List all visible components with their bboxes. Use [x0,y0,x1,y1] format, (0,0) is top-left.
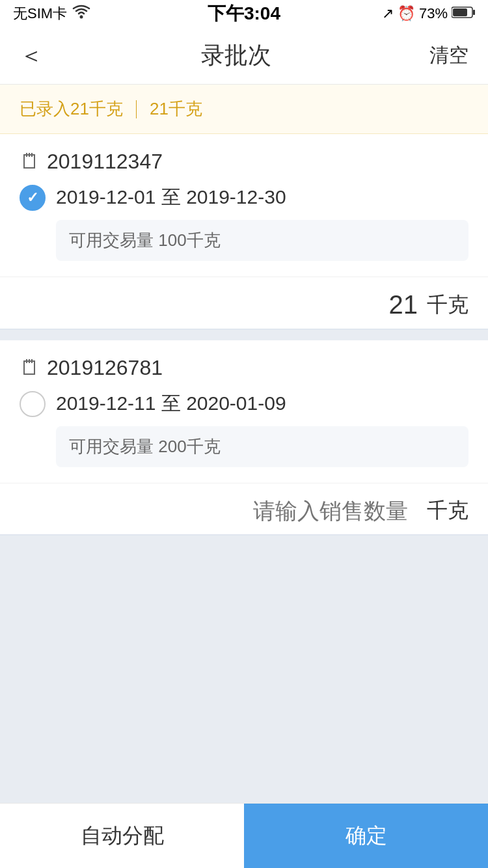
location-icon: ↗ [382,5,394,22]
batch2-row[interactable]: 2019-12-11 至 2020-01-09 [20,390,468,417]
batch2-date: 2019-12-11 至 2020-01-09 [56,390,286,417]
no-sim-text: 无SIM卡 [13,4,67,23]
quantity-unit-1: 千克 [427,291,468,319]
info-banner: 已录入21千克 21千克 [0,85,488,134]
recorded-amount: 21千克 [150,98,202,120]
batch2-icon: 🗒 [20,356,40,380]
quantity-input-2[interactable] [223,498,418,524]
quantity-row-1: 21 千克 [0,277,488,330]
status-bar: 无SIM卡 下午3:04 ↗ ⏰ 73% [0,0,488,27]
batch1-date: 2019-12-01 至 2019-12-30 [56,184,286,211]
back-button[interactable]: ＜ [20,40,43,72]
status-icons: ↗ ⏰ 73% [382,5,475,22]
svg-rect-2 [473,10,475,15]
confirm-button[interactable]: 确定 [244,804,488,868]
status-signal: 无SIM卡 [13,4,90,23]
batch-card-2: 🗒 2019126781 2019-12-11 至 2020-01-09 可用交… [0,340,488,483]
batch2-header: 🗒 2019126781 [20,356,468,380]
page-title: 录批次 [201,40,271,72]
info-divider [136,100,137,118]
batch1-radio[interactable] [20,185,46,211]
batch2-id: 2019126781 [47,356,163,380]
batch2-radio[interactable] [20,391,46,417]
nav-bar: ＜ 录批次 清空 [0,27,488,85]
batch1-id: 2019112347 [47,150,163,174]
battery-icon [452,5,475,22]
clear-button[interactable]: 清空 [429,42,468,69]
svg-point-0 [80,16,83,19]
batch-card-1: 🗒 2019112347 2019-12-01 至 2019-12-30 可用交… [0,134,488,277]
batch1-row[interactable]: 2019-12-01 至 2019-12-30 [20,184,468,211]
input-row-2[interactable]: 千克 [0,483,488,536]
batch1-header: 🗒 2019112347 [20,150,468,174]
batch1-icon: 🗒 [20,150,40,174]
alarm-icon: ⏰ [398,5,415,22]
svg-rect-3 [453,8,467,16]
quantity-value-1: 21 [389,290,418,319]
auto-distribute-button[interactable]: 自动分配 [0,804,244,868]
batch2-available: 可用交易量 200千克 [56,426,468,467]
input-unit-2: 千克 [427,496,468,525]
bottom-actions: 自动分配 确定 [0,803,488,868]
wifi-icon [72,5,90,23]
battery-text: 73% [419,5,448,22]
section-separator [0,330,488,340]
content-wrapper: 已录入21千克 21千克 🗒 2019112347 2019-12-01 至 2… [0,85,488,868]
batch1-available: 可用交易量 100千克 [56,220,468,261]
status-time: 下午3:04 [208,1,280,26]
recorded-label: 已录入21千克 [20,98,123,120]
